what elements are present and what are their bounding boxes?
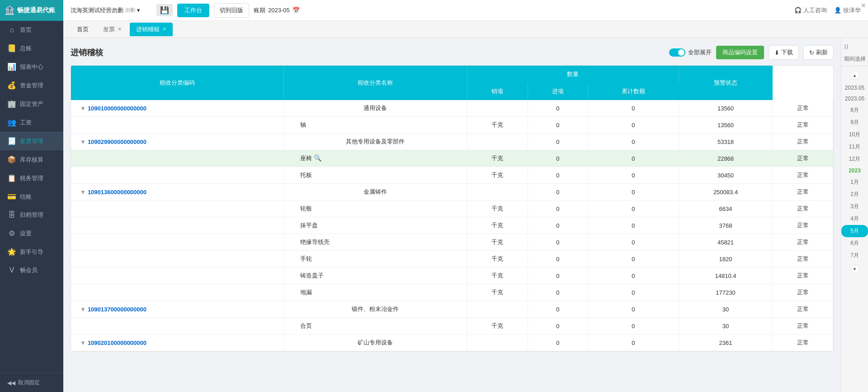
col-total: 累计数额 bbox=[588, 83, 679, 100]
refresh-label: 刷新 bbox=[816, 48, 828, 57]
toggle-thumb bbox=[678, 49, 684, 56]
table-cell-purchase: 0 bbox=[588, 117, 679, 134]
search-icon[interactable]: 🔍 bbox=[314, 154, 321, 162]
table-cell-unit bbox=[467, 301, 528, 318]
old-version-button[interactable]: 切到旧版 bbox=[214, 3, 249, 18]
table-cell-name: 轮毂 bbox=[283, 201, 467, 217]
table-cell-total: 6634 bbox=[679, 201, 773, 217]
sidebar-item-tax[interactable]: 📋 税务管理 bbox=[0, 169, 63, 187]
sidebar-item-settings[interactable]: ⚙ 设置 bbox=[0, 224, 63, 243]
period-item-2[interactable]: 8月 bbox=[841, 104, 868, 116]
reconciliation-tab-close[interactable]: ✕ bbox=[162, 26, 166, 32]
service-button[interactable]: 🎧 人工咨询 bbox=[794, 6, 827, 14]
table-cell-total: 30 bbox=[679, 318, 773, 335]
table-cell-total: 30450 bbox=[679, 167, 773, 184]
sidebar-label-payroll: 工资 bbox=[20, 119, 32, 127]
scroll-up-button[interactable]: ▲ bbox=[850, 71, 859, 80]
tab-invoices[interactable]: 发票 ✕ bbox=[97, 23, 128, 36]
invoices-tab-close[interactable]: ✕ bbox=[118, 26, 122, 32]
refresh-button[interactable]: ↻ 刷新 bbox=[803, 45, 834, 60]
content-area: 进销稽核 全部展开 商品编码设置 ⬇ 下载 ↻ 刷 bbox=[63, 38, 868, 392]
period-item-5[interactable]: 11月 bbox=[841, 141, 868, 153]
table-cell-status: 正常 bbox=[773, 234, 833, 251]
table-row: ▼109010000000000000 bbox=[71, 100, 283, 117]
sidebar-item-fixed-assets[interactable]: 🏢 固定资产 bbox=[0, 95, 63, 113]
period-item-1[interactable]: 2023.05 bbox=[841, 93, 868, 104]
right-panel-top: ⟩⟩ ✕ bbox=[841, 42, 868, 52]
tab-home[interactable]: 首页 bbox=[71, 23, 95, 36]
table-cell-sales: 0 bbox=[528, 117, 588, 134]
reconciliation-table: 税收分类编码 税收分类名称 数量 预警状态 销项 进项 累计数额 bbox=[71, 66, 833, 351]
period-item-10[interactable]: 3月 bbox=[841, 201, 868, 213]
period-item-8[interactable]: 1月 bbox=[841, 176, 868, 188]
period-item-14[interactable]: 7月 bbox=[841, 249, 868, 262]
table-cell-purchase: 0 bbox=[588, 301, 679, 318]
scroll-down-button[interactable]: ▼ bbox=[850, 264, 859, 273]
tab-reconciliation[interactable]: 进销稽核 ✕ bbox=[130, 23, 173, 36]
table-cell-sales: 0 bbox=[528, 134, 588, 150]
expand-toggle[interactable]: 全部展开 bbox=[669, 48, 712, 57]
sidebar-item-member[interactable]: V 畅会员 bbox=[0, 261, 63, 279]
panel-expand-icon[interactable]: ⟩⟩ bbox=[844, 43, 849, 50]
table-cell-code bbox=[71, 201, 283, 217]
fixed-assets-icon: 🏢 bbox=[7, 100, 16, 108]
product-code-button[interactable]: 商品编码设置 bbox=[716, 46, 764, 59]
table-cell-purchase: 0 bbox=[588, 318, 679, 335]
table-cell-sales: 0 bbox=[528, 318, 588, 335]
period-item-11[interactable]: 4月 bbox=[841, 213, 868, 225]
period-item-3[interactable]: 9月 bbox=[841, 116, 868, 129]
app-logo: 🏦 畅捷通易代账 bbox=[0, 0, 63, 21]
table-cell-status: 正常 bbox=[773, 184, 833, 201]
page-header: 进销稽核 全部展开 商品编码设置 ⬇ 下载 ↻ 刷 bbox=[71, 45, 834, 60]
archive-icon: 🗄 bbox=[7, 211, 16, 219]
sidebar-item-inventory[interactable]: 📦 库存核算 bbox=[0, 150, 63, 169]
invoices-tab-label: 发票 bbox=[103, 25, 115, 33]
period-item-4[interactable]: 10月 bbox=[841, 129, 868, 141]
settlement-icon: 💳 bbox=[7, 192, 16, 201]
table-cell-purchase: 0 bbox=[588, 335, 679, 351]
period-item-13[interactable]: 6月 bbox=[841, 237, 868, 249]
download-label: 下载 bbox=[781, 48, 793, 57]
table-cell-total: 30 bbox=[679, 301, 773, 318]
sidebar-item-guide[interactable]: 🌟 新手引导 bbox=[0, 243, 63, 261]
user-name: 徐泽华 bbox=[843, 6, 861, 14]
toggle-track[interactable] bbox=[669, 48, 685, 57]
payroll-icon: 👥 bbox=[7, 118, 16, 127]
sidebar-item-funds[interactable]: 💰 资金管理 bbox=[0, 76, 63, 95]
table-cell-total: 13560 bbox=[679, 100, 773, 117]
table-cell-unit: 千克 bbox=[467, 284, 528, 301]
table-cell-code bbox=[71, 234, 283, 251]
table-cell-unit bbox=[467, 100, 528, 117]
calendar-icon[interactable]: 📅 bbox=[292, 7, 300, 14]
user-menu[interactable]: 👤 徐泽华 bbox=[834, 6, 861, 14]
sidebar-item-settlement[interactable]: 💳 结账 bbox=[0, 187, 63, 206]
period-item-7[interactable]: 2023 bbox=[841, 165, 868, 176]
workbench-button[interactable]: 工作台 bbox=[177, 4, 209, 17]
table-cell-total: 3768 bbox=[679, 217, 773, 234]
save-button[interactable]: 💾 bbox=[156, 4, 173, 16]
sidebar-item-ledger[interactable]: 📒 总账 bbox=[0, 39, 63, 57]
sidebar-item-reports[interactable]: 📊 报表中心 bbox=[0, 57, 63, 76]
period-item-12[interactable]: 5月 bbox=[841, 225, 868, 237]
sidebar-item-home[interactable]: ⌂ 首页 bbox=[0, 21, 63, 39]
table-cell-name: 其他专用设备及零部件 bbox=[283, 134, 467, 150]
period-item-0[interactable]: 2023.05 bbox=[841, 82, 868, 93]
sidebar-bottom-pin[interactable]: ◀◀ 取消固定 bbox=[0, 373, 63, 392]
table-cell-name: 铸造盖子 bbox=[283, 268, 467, 284]
table-cell-name: 金属铸件 bbox=[283, 184, 467, 201]
sidebar-item-archive[interactable]: 🗄 归档管理 bbox=[0, 206, 63, 224]
table-cell-total: 250083.4 bbox=[679, 184, 773, 201]
table-cell-name: 手轮 bbox=[283, 251, 467, 268]
period-item-6[interactable]: 12月 bbox=[841, 153, 868, 165]
table-cell-status: 正常 bbox=[773, 301, 833, 318]
table-cell-unit: 千克 bbox=[467, 217, 528, 234]
download-button[interactable]: ⬇ 下载 bbox=[769, 45, 799, 60]
period-item-9[interactable]: 2月 bbox=[841, 188, 868, 201]
sidebar-item-invoices[interactable]: 🧾 发票管理 bbox=[0, 132, 63, 150]
table-cell-purchase: 0 bbox=[588, 100, 679, 117]
table-cell-name: 锻件、粉末冶金件 bbox=[283, 301, 467, 318]
company-selector[interactable]: 沈海英测试经营勿删 勿删 ▾ bbox=[71, 6, 152, 14]
table-cell-sales: 0 bbox=[528, 201, 588, 217]
sidebar-item-payroll[interactable]: 👥 工资 bbox=[0, 113, 63, 132]
sidebar-label-home: 首页 bbox=[20, 26, 32, 34]
